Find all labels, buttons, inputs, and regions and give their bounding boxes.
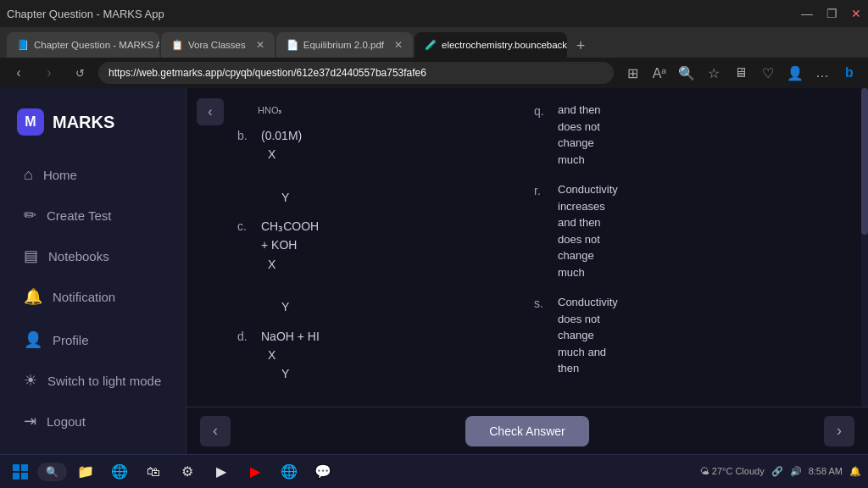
logo-icon: M	[17, 108, 44, 136]
check-answer-button[interactable]: Check Answer	[465, 416, 588, 446]
tab-close-btn[interactable]: ✕	[389, 39, 403, 51]
sidebar-item-create-test[interactable]: ✏ Create Test	[7, 196, 179, 235]
tab-label: Chapter Question - MARKS App	[34, 40, 159, 50]
start-button[interactable]	[7, 458, 34, 485]
light-mode-icon: ☀	[24, 371, 37, 390]
logo-text: MARKS	[53, 113, 114, 132]
browser-icon[interactable]: 🖥	[729, 61, 753, 85]
create-test-icon: ✏	[24, 206, 36, 225]
search-icon[interactable]: 🔍	[675, 61, 698, 85]
taskbar-pinned-apps: 📁 🌐 🛍 ⚙ ▶ ▶ 🌐 💬	[70, 457, 338, 487]
taskbar-app-media[interactable]: ▶	[206, 457, 236, 487]
option-b-line3: Y	[261, 188, 520, 207]
taskbar: 🔍 📁 🌐 🛍 ⚙ ▶ ▶ 🌐 💬 🌤 27°C Cloudy 🔗 🔊 8:58…	[0, 454, 868, 488]
taskbar-app-youtube[interactable]: ▶	[240, 457, 270, 487]
option-c-body: CH₃COOH + KOH X Y	[261, 217, 520, 317]
profile-icon[interactable]: 👤	[783, 61, 807, 85]
sidebar-item-switch-mode[interactable]: ☀ Switch to light mode	[7, 361, 179, 400]
bing-icon[interactable]: b	[837, 61, 861, 85]
question-content: HNO₃ b. (0.01M) X Y	[186, 88, 868, 454]
option-s-label: s.	[534, 294, 551, 377]
tab-favicon: 🧪	[425, 39, 437, 51]
taskbar-app-edge[interactable]: 🌐	[104, 457, 135, 487]
sidebar-item-notebooks[interactable]: ▤ Notebooks	[7, 236, 179, 275]
sidebar-item-home[interactable]: ⌂ Home	[7, 156, 179, 194]
sidebar-item-label-logout: Logout	[47, 414, 86, 429]
notification-bell-icon: 🔔	[849, 466, 861, 477]
home-icon: ⌂	[24, 166, 33, 184]
option-b-line1: (0.01M)	[261, 126, 520, 145]
star-icon[interactable]: ☆	[702, 61, 726, 85]
tab-electrochemistry[interactable]: 🧪 electrochemistry.bounceback.pd ✕	[415, 32, 567, 58]
svg-rect-0	[13, 464, 19, 471]
tab-favicon: 📄	[287, 39, 298, 51]
sidebar-item-logout[interactable]: ⇥ Logout	[7, 402, 179, 441]
taskbar-search[interactable]: 🔍	[37, 463, 67, 481]
notification-icon: 🔔	[24, 287, 42, 306]
back-button[interactable]: ‹	[7, 61, 31, 85]
reading-icon[interactable]: Aᵃ	[648, 61, 671, 85]
collapse-sidebar-button[interactable]: ‹	[197, 98, 224, 125]
minimize-btn[interactable]: —	[801, 7, 813, 20]
tab-equilibrium[interactable]: 📄 Equilibrium 2.0.pdf ✕	[276, 32, 413, 58]
taskbar-app-browser2[interactable]: 🌐	[274, 457, 304, 487]
question-option-d: d. NaOH + HI X Y	[237, 327, 520, 384]
logout-icon: ⇥	[24, 412, 36, 430]
question-grid: HNO₃ b. (0.01M) X Y	[237, 102, 817, 394]
tab-close-btn[interactable]: ✕	[251, 39, 264, 51]
option-b-body: (0.01M) X Y	[261, 126, 520, 207]
option-s-body: Conductivitydoes notchangemuch andthen	[558, 294, 618, 377]
question-option-c: c. CH₃COOH + KOH X Y	[237, 217, 520, 317]
tab-label: Equilibrium 2.0.pdf	[303, 40, 384, 50]
option-c-label: c.	[237, 217, 254, 317]
heart-icon[interactable]: ♡	[756, 61, 780, 85]
question-option-r: r. Conductivityincreasesand thendoes not…	[534, 181, 817, 280]
right-column: q. and thendoes notchangemuch r. Conduct…	[534, 102, 817, 394]
left-column: HNO₃ b. (0.01M) X Y	[237, 102, 520, 394]
profile-nav-icon: 👤	[24, 330, 42, 349]
sidebar-item-notification[interactable]: 🔔 Notification	[7, 277, 179, 316]
option-b-label: b.	[237, 126, 254, 207]
svg-rect-1	[21, 464, 28, 471]
sidebar-item-label-notification: Notification	[53, 290, 115, 304]
option-c-chem2: + KOH	[261, 236, 520, 254]
tab-label: electrochemistry.bounceback.pd	[442, 40, 567, 50]
tab-favicon: 📋	[171, 39, 183, 51]
prev-question-button[interactable]: ‹	[200, 416, 231, 446]
sidebar-item-profile[interactable]: 👤 Profile	[7, 320, 179, 359]
taskbar-app-files[interactable]: 📁	[70, 457, 101, 487]
favorites-icon[interactable]: ⊞	[620, 61, 644, 85]
question-option-s: s. Conductivitydoes notchangemuch andthe…	[534, 294, 817, 377]
browser-chrome: Chapter Question - MARKS App — ❐ ✕ 📘 Cha…	[0, 0, 868, 88]
next-question-button[interactable]: ›	[824, 416, 854, 446]
option-d-chem: NaOH + HI	[261, 327, 520, 346]
taskbar-app-store[interactable]: 🛍	[138, 457, 169, 487]
address-bar: ‹ › ↺ ⊞ Aᵃ 🔍 ☆ 🖥 ♡ 👤 … b	[0, 58, 868, 88]
restore-btn[interactable]: ❐	[826, 7, 837, 20]
address-input[interactable]	[98, 62, 614, 84]
sidebar-bottom: 👤 Profile ☀ Switch to light mode ⇥ Logou…	[0, 320, 186, 441]
tab-chapter-question[interactable]: 📘 Chapter Question - MARKS App ✕	[7, 32, 159, 58]
more-options-icon[interactable]: …	[810, 61, 834, 85]
sidebar-item-label-home: Home	[43, 168, 77, 182]
tab-vora-classes[interactable]: 📋 Vora Classes ✕	[161, 32, 275, 58]
option-q-body: and thendoes notchangemuch	[558, 102, 601, 168]
question-option-b: b. (0.01M) X Y	[237, 126, 520, 207]
option-r-label: r.	[534, 181, 551, 280]
tab-favicon: 📘	[17, 39, 29, 51]
option-c-line1: X	[261, 255, 520, 274]
notebooks-icon: ▤	[24, 247, 38, 265]
forward-button[interactable]: ›	[37, 61, 61, 85]
option-d-x: X	[261, 346, 520, 364]
taskbar-app-whatsapp[interactable]: 💬	[308, 457, 338, 487]
taskbar-app-settings[interactable]: ⚙	[172, 457, 203, 487]
close-btn[interactable]: ✕	[851, 7, 861, 20]
volume-icon: 🔊	[790, 466, 802, 477]
title-bar: Chapter Question - MARKS App — ❐ ✕	[0, 0, 868, 27]
option-c-line2: Y	[261, 297, 520, 316]
content-area[interactable]: HNO₃ b. (0.01M) X Y	[186, 88, 868, 454]
option-d-label: d.	[237, 327, 254, 384]
refresh-button[interactable]: ↺	[68, 61, 92, 85]
new-tab-button[interactable]: +	[569, 34, 593, 58]
search-magnifier-icon: 🔍	[46, 466, 58, 478]
